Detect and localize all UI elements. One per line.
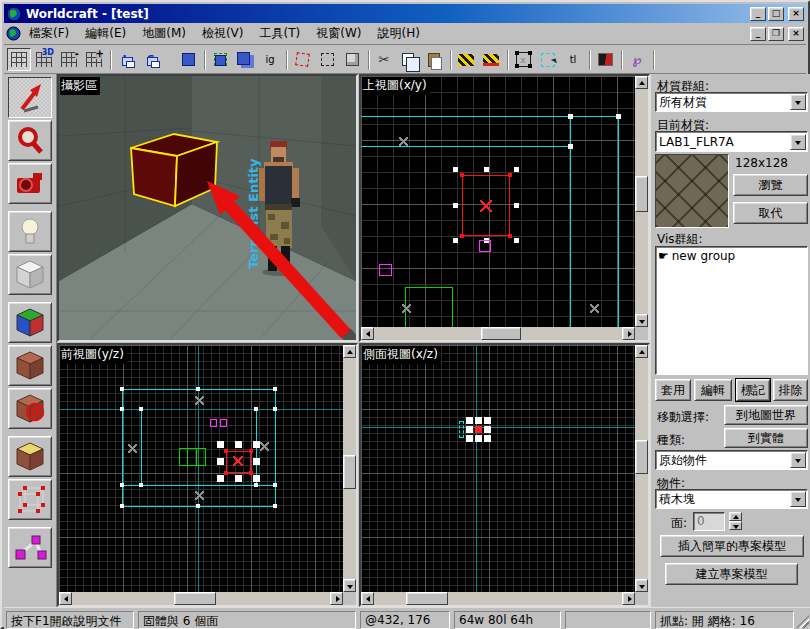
ungroup-button[interactable] [233, 48, 257, 71]
magnify-tool-button[interactable] [8, 120, 52, 161]
viewport-side[interactable]: 側面視圖(x/z) [359, 343, 650, 607]
to-world-button[interactable]: 到地圖世界 [724, 405, 808, 425]
h-scrollbar[interactable] [59, 592, 343, 605]
go-to-brush-button[interactable] [176, 48, 200, 71]
menu-item[interactable]: 檢視(V) [194, 23, 252, 44]
cordon-button[interactable] [454, 48, 478, 71]
scroll-down-button[interactable] [343, 579, 356, 592]
scroll-right-button[interactable] [622, 592, 635, 605]
scroll-thumb[interactable] [635, 176, 648, 212]
close-button[interactable]: × [788, 7, 804, 21]
select-touching-button[interactable]: x [511, 48, 535, 71]
smaller-grid-button[interactable]: - [57, 48, 81, 71]
mdi-restore-button[interactable]: ❐ [768, 27, 784, 41]
chevron-down-icon[interactable] [790, 94, 806, 110]
category-select[interactable]: 原始物件 [655, 450, 808, 470]
block-tool-button[interactable] [8, 254, 52, 295]
copy-button[interactable] [397, 48, 421, 71]
hide-selected-button[interactable] [290, 48, 314, 71]
h-scrollbar[interactable] [361, 592, 635, 605]
replace-button[interactable]: 取代 [733, 202, 808, 224]
current-texture-select[interactable]: LAB1_FLR7A [655, 131, 808, 152]
menu-item[interactable]: 地圖(M) [134, 23, 194, 44]
chevron-down-icon[interactable] [790, 491, 806, 507]
menu-item[interactable]: 工具(T) [252, 23, 309, 44]
scroll-left-button[interactable] [59, 592, 72, 605]
scroll-down-button[interactable] [635, 579, 648, 592]
paste-button[interactable] [422, 48, 446, 71]
scroll-right-button[interactable] [622, 327, 635, 340]
select-marquee-button[interactable] [536, 48, 560, 71]
save-window-state-button[interactable]: S [139, 48, 163, 71]
menu-item[interactable]: 說明(H) [369, 23, 427, 44]
v-scrollbar[interactable] [635, 345, 648, 592]
selection-tool-button[interactable] [8, 77, 52, 118]
chevron-down-icon[interactable] [790, 452, 806, 468]
chevron-down-icon[interactable] [790, 134, 806, 150]
scroll-up-button[interactable] [635, 76, 648, 89]
menu-item[interactable]: 檔案(F) [21, 23, 77, 44]
vis-group-list[interactable]: ☛new group [655, 246, 808, 375]
apply-texture-tool-button[interactable] [8, 345, 52, 386]
cut-button[interactable]: ✂ [372, 48, 396, 71]
scroll-left-button[interactable] [361, 592, 374, 605]
to-entity-button[interactable]: 到實體 [724, 428, 808, 448]
scroll-thumb[interactable] [481, 327, 521, 340]
texture-group-select[interactable]: 所有材質 [655, 92, 808, 112]
scroll-right-button[interactable] [330, 592, 343, 605]
decal-tool-button[interactable] [8, 388, 52, 429]
entity-tool-button[interactable] [8, 211, 52, 252]
object-select[interactable]: 積木塊 [655, 489, 808, 509]
scroll-down-button[interactable] [635, 314, 648, 327]
viewport-3d[interactable]: 攝影區 [57, 74, 358, 342]
camera-tool-button[interactable] [8, 163, 52, 204]
scroll-thumb[interactable] [406, 592, 448, 605]
vis-edit-button[interactable]: 編輯 [694, 379, 732, 401]
vis-mark-button[interactable]: 標記 [736, 379, 770, 401]
texture-application-tool-button[interactable] [8, 302, 52, 343]
stepper-up-button[interactable] [729, 512, 742, 521]
h-scrollbar[interactable] [361, 327, 635, 340]
texture-lock-button[interactable]: tl [561, 48, 585, 71]
minimize-button[interactable]: _ [750, 7, 766, 21]
path-tool-button[interactable] [8, 527, 52, 568]
viewport-front[interactable]: 前視圖(y/z) [57, 343, 358, 607]
texture-application-button[interactable] [593, 48, 617, 71]
clipping-tool-button[interactable] [8, 436, 52, 477]
show-all-button[interactable] [340, 48, 364, 71]
browse-button[interactable]: 瀏覽 [733, 174, 808, 196]
ignore-groups-button[interactable]: ig [258, 48, 282, 71]
scroll-thumb[interactable] [635, 440, 648, 474]
scroll-up-button[interactable] [635, 345, 648, 358]
hide-unselected-button[interactable] [315, 48, 339, 71]
vis-apply-button[interactable]: 套用 [655, 379, 691, 401]
toggle-grid-button[interactable] [7, 48, 31, 71]
vis-group-item[interactable]: ☛new group [658, 249, 805, 263]
mdi-close-button[interactable]: × [788, 27, 804, 41]
viewport-top[interactable]: 上視圖(x/y) [359, 74, 650, 342]
faces-input[interactable]: 0 [693, 512, 725, 531]
vis-purge-button[interactable]: 排除 [773, 379, 808, 401]
stepper-down-button[interactable] [729, 521, 742, 530]
insert-prefab-button[interactable]: 插入簡單的專案模型 [660, 535, 804, 557]
run-map-button[interactable]: ℘ [625, 48, 649, 71]
scroll-thumb[interactable] [343, 455, 356, 489]
create-prefab-button[interactable]: 建立專案模型 [665, 563, 798, 585]
menu-item[interactable]: 視窗(W) [308, 23, 369, 44]
toggle-3d-grid-button[interactable]: 3D [32, 48, 56, 71]
larger-grid-button[interactable]: + [82, 48, 106, 71]
vertex-tool-button[interactable] [8, 479, 52, 520]
v-scrollbar[interactable] [343, 345, 356, 592]
faces-stepper[interactable] [729, 512, 742, 530]
scroll-thumb[interactable] [174, 592, 216, 605]
maximize-button[interactable]: □ [768, 7, 784, 21]
mdi-minimize-button[interactable]: _ [750, 27, 766, 41]
resize-grip[interactable] [796, 615, 809, 628]
scroll-up-button[interactable] [343, 345, 356, 358]
group-button[interactable] [208, 48, 232, 71]
v-scrollbar[interactable] [635, 76, 648, 327]
load-window-state-button[interactable]: L [114, 48, 138, 71]
cordon-edit-button[interactable] [479, 48, 503, 71]
menu-item[interactable]: 編輯(E) [77, 23, 134, 44]
scroll-left-button[interactable] [361, 327, 374, 340]
